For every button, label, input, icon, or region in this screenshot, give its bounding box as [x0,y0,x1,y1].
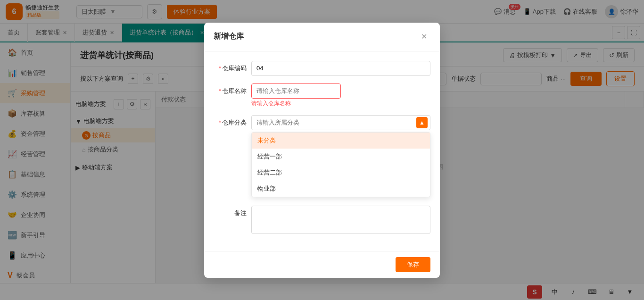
modal-new-warehouse: 新增仓库 ✕ 仓库编码 仓库名称 请输入仓库名称 [204,23,440,278]
modal-title: 新增仓库 [214,32,244,42]
form-row-note: 备注 [214,206,430,234]
option-dept3[interactable]: 物业部 [252,181,430,197]
category-input[interactable] [251,115,430,130]
name-input[interactable] [251,83,341,99]
modal-close-button[interactable]: ✕ [417,30,430,43]
form-row-category: 仓库分类 ▲ 未分类 经营一部 经营二部 物业部 [214,115,430,130]
modal-overlay[interactable]: 新增仓库 ✕ 仓库编码 仓库名称 请输入仓库名称 [0,0,644,300]
note-textarea[interactable] [251,206,430,234]
category-field-wrap: ▲ 未分类 经营一部 经营二部 物业部 [251,115,430,130]
note-label: 备注 [214,206,251,221]
modal-header: 新增仓库 ✕ [204,23,440,51]
modal-body: 仓库编码 仓库名称 请输入仓库名称 仓库分类 [204,51,440,251]
name-error-msg: 请输入仓库名称 [251,100,291,107]
option-dept1[interactable]: 经营一部 [252,149,430,165]
name-label: 仓库名称 [214,83,251,99]
option-unclassified[interactable]: 未分类 [252,133,430,149]
name-field-wrap [251,83,341,99]
code-input[interactable] [251,61,430,76]
form-row-name: 仓库名称 请输入仓库名称 [214,83,430,108]
form-row-code: 仓库编码 [214,61,430,76]
category-dropdown-arrow[interactable]: ▲ [416,117,428,128]
category-label: 仓库分类 [214,115,251,130]
option-dept2[interactable]: 经营二部 [252,165,430,181]
category-dropdown-list: 未分类 经营一部 经营二部 物业部 [251,132,430,197]
save-button[interactable]: 保存 [396,257,430,272]
modal-footer: 保存 [204,251,440,278]
code-label: 仓库编码 [214,61,251,76]
